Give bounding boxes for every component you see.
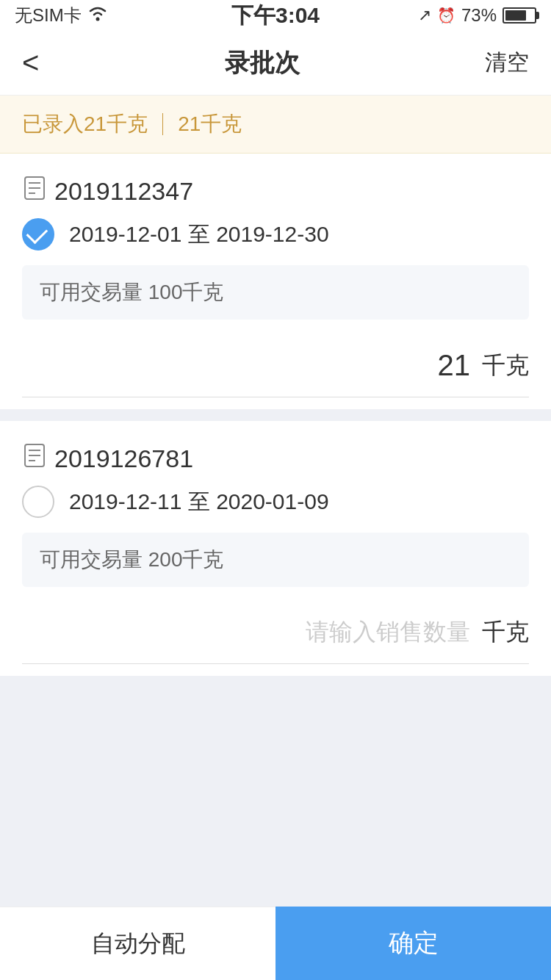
back-button[interactable]: < <box>22 46 39 79</box>
nav-bar: < 录批次 清空 <box>0 31 551 96</box>
batch-2-id: 2019126781 <box>54 444 193 473</box>
batch-1-date-row[interactable]: 2019-12-01 至 2019-12-30 <box>22 218 529 251</box>
auto-distribute-button[interactable]: 自动分配 <box>0 907 276 980</box>
batch-1-icon <box>22 176 47 206</box>
section-separator-1 <box>0 409 551 421</box>
battery-icon <box>503 7 536 24</box>
batch-2-icon <box>22 443 47 474</box>
svg-point-0 <box>96 18 99 21</box>
status-bar: 无SIM卡 下午3:04 ↗ ⏰ 73% <box>0 0 551 31</box>
sim-text: 无SIM卡 <box>15 4 82 27</box>
batch-2-input-placeholder: 请输入销售数量 <box>306 616 470 649</box>
info-divider <box>162 113 163 135</box>
batch-1-id-row: 2019112347 <box>22 176 529 206</box>
battery-percent: 73% <box>461 5 497 26</box>
batch-2-availability: 可用交易量 200千克 <box>22 533 529 587</box>
total-amount: 21千克 <box>178 110 242 138</box>
location-icon: ↗ <box>418 6 431 25</box>
batch-2-date-row[interactable]: 2019-12-11 至 2020-01-09 <box>22 486 529 518</box>
batch-2-id-row: 2019126781 <box>22 443 529 474</box>
alarm-icon: ⏰ <box>437 7 455 24</box>
bottom-bar: 自动分配 确定 <box>0 907 551 980</box>
batch-2-radio[interactable] <box>22 486 54 518</box>
batch-2-date: 2019-12-11 至 2020-01-09 <box>69 487 329 517</box>
status-time: 下午3:04 <box>231 1 320 31</box>
batch-2-card: 2019126781 2019-12-11 至 2020-01-09 可用交易量… <box>0 421 551 676</box>
batch-1-card: 2019112347 2019-12-01 至 2019-12-30 可用交易量… <box>0 154 551 409</box>
confirm-button[interactable]: 确定 <box>276 907 551 980</box>
batch-1-unit: 千克 <box>482 350 529 382</box>
page-title: 录批次 <box>225 46 300 80</box>
recorded-amount: 已录入21千克 <box>22 110 148 138</box>
batch-1-radio[interactable] <box>22 218 54 251</box>
batch-2-unit: 千克 <box>482 616 529 649</box>
batch-2-input-row: 请输入销售数量 千克 <box>0 602 551 663</box>
batch-1-date: 2019-12-01 至 2019-12-30 <box>69 220 329 250</box>
wifi-icon <box>87 5 108 26</box>
status-right: ↗ ⏰ 73% <box>418 5 536 26</box>
info-banner: 已录入21千克 21千克 <box>0 96 551 154</box>
clear-button[interactable]: 清空 <box>485 48 529 78</box>
batch-1-id: 2019112347 <box>54 177 193 206</box>
batch-1-amount-row: 千克 <box>0 334 551 397</box>
batch-1-availability: 可用交易量 100千克 <box>22 265 529 320</box>
status-left: 无SIM卡 <box>15 4 108 27</box>
batch-1-amount-input[interactable] <box>382 349 470 382</box>
